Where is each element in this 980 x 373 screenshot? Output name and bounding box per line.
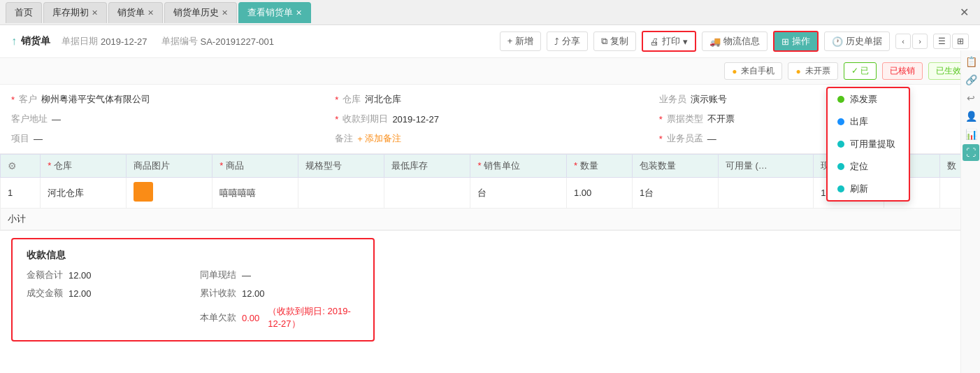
warehouse-field: * 仓库 河北仓库 bbox=[335, 93, 644, 106]
row-spec bbox=[298, 178, 384, 209]
tab-sales-history-close[interactable]: ✕ bbox=[222, 8, 228, 17]
tab-home[interactable]: 首页 bbox=[6, 2, 42, 23]
tab-sales-history[interactable]: 销货单历史 ✕ bbox=[164, 2, 237, 23]
add-note-button[interactable]: + 添加备注 bbox=[357, 132, 401, 145]
outbound-dot bbox=[837, 118, 844, 125]
warehouse-value: 河北仓库 bbox=[365, 93, 401, 106]
new-button[interactable]: + 新增 bbox=[500, 31, 541, 51]
tab-view-sales-label: 查看销货单 bbox=[247, 6, 293, 19]
sales-order-icon: ↑ bbox=[11, 35, 17, 48]
from-phone-label: 来自手机 bbox=[741, 65, 774, 77]
sidebar-clipboard-icon[interactable]: 📋 bbox=[963, 53, 979, 70]
project-label: 项目 bbox=[11, 132, 29, 145]
address-label: 客户地址 bbox=[11, 113, 48, 125]
tab-sales-close[interactable]: ✕ bbox=[147, 8, 154, 17]
row-product: 嘻嘻嘻嘻 bbox=[212, 178, 298, 209]
col-warehouse: * 仓库 bbox=[41, 155, 127, 178]
copy-icon: ⧉ bbox=[601, 36, 607, 47]
print-button[interactable]: 🖨 打印 ▾ bbox=[642, 31, 696, 52]
payment-section: 收款信息 金额合计 12.00 同单现结 — 成交金额 12.00 累计收款 1… bbox=[11, 238, 375, 342]
document-title-area: ↑ 销货单 bbox=[11, 35, 50, 48]
ticket-required: * bbox=[659, 114, 663, 125]
row-warehouse: 河北仓库 bbox=[41, 178, 127, 209]
same-order-settle-row: 同单现结 — bbox=[200, 269, 359, 281]
outbound-label: 出库 bbox=[850, 115, 868, 128]
add-note-label: 添加备注 bbox=[365, 132, 401, 145]
history-button[interactable]: 🕐 历史单据 bbox=[824, 31, 890, 51]
print-icon: 🖨 bbox=[650, 36, 659, 47]
cumulative-receipt-label: 累计收款 bbox=[200, 287, 236, 300]
not-open-label: 未开票 bbox=[805, 65, 830, 77]
row-available bbox=[718, 178, 813, 209]
sidebar-user-icon[interactable]: 👤 bbox=[963, 108, 979, 125]
add-invoice-item[interactable]: 添发票 bbox=[828, 88, 909, 111]
outbound-item[interactable]: 出库 bbox=[828, 111, 909, 133]
col-unit: * 销售单位 bbox=[470, 155, 567, 178]
secondary-toolbar: 来自手机 未开票 ✓ 已 已核销 已生效 bbox=[0, 58, 980, 85]
from-phone-button[interactable]: 来自手机 bbox=[724, 62, 782, 80]
col-spec: 规格型号 bbox=[298, 155, 384, 178]
row-unit: 台 bbox=[470, 178, 567, 209]
not-open-button[interactable]: 未开票 bbox=[788, 62, 837, 80]
sales-staff-required: * bbox=[659, 134, 663, 144]
document-header: ↑ 销货单 单据日期 2019-12-27 单据编号 SA-20191227-0… bbox=[0, 25, 980, 58]
subtotal-row: 小计 bbox=[1, 209, 980, 230]
prev-arrow[interactable]: ‹ bbox=[895, 34, 911, 49]
document-meta: 单据日期 2019-12-27 单据编号 SA-20191227-001 bbox=[62, 35, 274, 48]
next-arrow[interactable]: › bbox=[912, 34, 928, 49]
tab-home-label: 首页 bbox=[15, 6, 33, 19]
operations-grid-icon: ⊞ bbox=[781, 36, 789, 47]
location-label: 定位 bbox=[850, 160, 868, 173]
staff-field: 业务员 演示账号 bbox=[659, 93, 969, 106]
tab-inventory[interactable]: 库存期初 ✕ bbox=[43, 2, 107, 23]
due-date-field: * 收款到期日 2019-12-27 bbox=[335, 113, 644, 125]
transaction-amount-label: 成交金额 bbox=[27, 287, 63, 300]
transaction-amount-row: 成交金额 12.00 bbox=[27, 287, 186, 300]
sidebar-undo-icon[interactable]: ↩ bbox=[963, 90, 979, 106]
refresh-item[interactable]: 刷新 bbox=[828, 178, 909, 200]
confirm-button[interactable]: ✓ 已 bbox=[844, 62, 877, 80]
total-amount-value: 12.00 bbox=[69, 270, 92, 281]
tab-view-sales[interactable]: 查看销货单 ✕ bbox=[238, 2, 311, 23]
current-due-value: 0.00 bbox=[242, 313, 259, 323]
document-type-label: 销货单 bbox=[21, 35, 50, 48]
same-order-settle-label: 同单现结 bbox=[200, 269, 236, 281]
sales-staff-value: — bbox=[707, 134, 716, 144]
ticket-type-label: 票据类型 bbox=[667, 113, 703, 125]
current-due-row: 本单欠款 0.00 （收款到期日: 2019-12-27） bbox=[200, 305, 359, 330]
number-meta: 单据编号 SA-20191227-001 bbox=[161, 35, 275, 48]
share-button[interactable]: ⤴ 分享 bbox=[547, 31, 588, 51]
operations-button[interactable]: ⊞ 操作 bbox=[773, 31, 819, 52]
sidebar-expand-icon[interactable]: ⛶ bbox=[963, 144, 979, 161]
sold-badge: 已核销 bbox=[882, 62, 923, 80]
list-view-icon[interactable]: ☰ bbox=[933, 34, 951, 49]
customer-required: * bbox=[11, 94, 15, 105]
tab-sales-label: 销货单 bbox=[117, 6, 145, 19]
available-extract-item[interactable]: 可用量提取 bbox=[828, 133, 909, 155]
copy-button[interactable]: ⧉ 复制 bbox=[593, 31, 636, 51]
tab-sales-history-label: 销货单历史 bbox=[173, 6, 219, 19]
refresh-dot bbox=[837, 185, 844, 192]
date-label: 单据日期 bbox=[62, 35, 98, 48]
location-item[interactable]: 定位 bbox=[828, 155, 909, 178]
date-meta: 单据日期 2019-12-27 bbox=[62, 35, 147, 48]
sidebar-chart-icon[interactable]: 📊 bbox=[963, 126, 979, 143]
tab-inventory-label: 库存期初 bbox=[52, 6, 89, 19]
refresh-label: 刷新 bbox=[850, 183, 868, 195]
number-value: SA-20191227-001 bbox=[201, 36, 275, 47]
print-dropdown-arrow: ▾ bbox=[683, 36, 688, 47]
product-image bbox=[134, 182, 153, 202]
warehouse-required: * bbox=[335, 94, 338, 105]
add-invoice-dot bbox=[837, 96, 844, 103]
window-close-button[interactable]: ✕ bbox=[954, 3, 974, 22]
settings-icon[interactable]: ⚙ bbox=[8, 160, 17, 171]
sidebar-link-icon[interactable]: 🔗 bbox=[963, 71, 979, 88]
tab-sales[interactable]: 销货单 ✕ bbox=[108, 2, 163, 23]
logistics-button[interactable]: 🚚 物流信息 bbox=[702, 31, 768, 51]
nav-arrows: ‹ › bbox=[895, 34, 928, 49]
col-product: * 商品 bbox=[212, 155, 298, 178]
grid-view-icon[interactable]: ⊞ bbox=[952, 34, 969, 49]
tab-view-sales-close[interactable]: ✕ bbox=[296, 8, 302, 17]
row-min-stock bbox=[384, 178, 470, 209]
tab-inventory-close[interactable]: ✕ bbox=[92, 8, 98, 17]
